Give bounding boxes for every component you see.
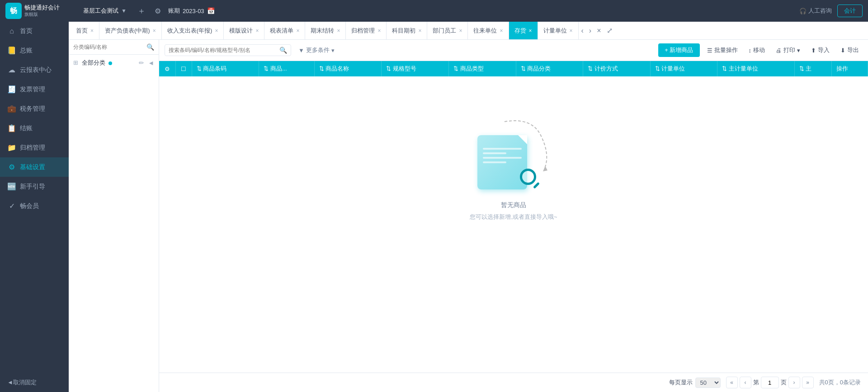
tab-balance[interactable]: 资产负债表(中期) ×: [99, 22, 162, 40]
next-page-button[interactable]: ›: [788, 377, 800, 388]
tab-close-icon[interactable]: ×: [153, 28, 156, 34]
empty-illustration: [468, 113, 559, 194]
tab-home[interactable]: 首页 ×: [71, 22, 99, 40]
col-gear[interactable]: ⚙: [159, 61, 175, 76]
tab-close-icon[interactable]: ×: [418, 28, 421, 34]
doc-lines: [483, 148, 522, 166]
sidebar-item-label: 首页: [20, 27, 33, 35]
period-area: 账期 2023-03 📅: [168, 7, 215, 15]
sidebar-item-ledger[interactable]: 📒 总账: [0, 41, 69, 60]
sidebar-item-archive[interactable]: 📁 归档管理: [0, 138, 69, 157]
export-button[interactable]: ⬇ 导出: [837, 44, 863, 56]
category-search-input[interactable]: [73, 44, 144, 50]
print-button[interactable]: 🖨 打印 ▾: [772, 44, 804, 56]
tab-label: 期末结转: [311, 27, 334, 35]
export-label: 导出: [847, 46, 859, 54]
category-edit-button[interactable]: ✏: [138, 58, 145, 67]
tab-close-all-button[interactable]: ×: [594, 25, 604, 37]
move-button[interactable]: ↕ 移动: [745, 44, 769, 56]
col-code[interactable]: ⇅ 商品...: [259, 61, 315, 76]
tab-close-icon[interactable]: ×: [377, 28, 381, 34]
status-dot: [108, 61, 112, 65]
sidebar-item-invoice[interactable]: 🧾 发票管理: [0, 80, 69, 99]
account-button[interactable]: 会计: [837, 5, 863, 17]
tax-icon: 💼: [7, 104, 16, 113]
col-main-unit[interactable]: ⇅ 主计量单位: [717, 61, 795, 76]
doc-body: [477, 135, 527, 189]
first-page-button[interactable]: «: [726, 377, 738, 388]
empty-state: 暂无商品 您可以选择新增,或者直接导入哦~: [159, 76, 868, 239]
sidebar-item-label: 税务管理: [20, 105, 45, 113]
sidebar: ⌂ 首页 📒 总账 ☁ 云报表中心 🧾 发票管理 💼 税务管理 📋 结账 📁 归…: [0, 22, 69, 392]
batch-operation-button[interactable]: ☰ 批量操作: [703, 44, 741, 56]
sidebar-item-reports[interactable]: ☁ 云报表中心: [0, 60, 69, 80]
tab-nav-next-button[interactable]: ›: [586, 25, 594, 37]
col-name[interactable]: ⇅ 商品名称: [314, 61, 382, 76]
tab-close-icon[interactable]: ×: [459, 28, 462, 34]
company-selector[interactable]: 基层工会测试 ▼: [80, 5, 130, 17]
search-icon[interactable]: 🔍: [279, 47, 287, 54]
add-tab-button[interactable]: ＋: [136, 4, 147, 18]
col-category[interactable]: ⇅ 商品分类: [516, 61, 583, 76]
col-spec[interactable]: ⇅ 规格型号: [382, 61, 449, 76]
tab-income[interactable]: 收入支出表(年报) ×: [162, 22, 224, 40]
tab-close-icon[interactable]: ×: [570, 28, 573, 34]
col-extra[interactable]: ⇅ 主: [794, 61, 831, 76]
tab-close-icon[interactable]: ×: [90, 28, 94, 34]
import-button[interactable]: ⬆ 导入: [807, 44, 833, 56]
prev-page-button[interactable]: ‹: [740, 377, 751, 388]
col-type[interactable]: ⇅ 商品类型: [448, 61, 516, 76]
tab-close-icon[interactable]: ×: [500, 28, 503, 34]
add-product-button[interactable]: + 新增商品: [658, 43, 699, 57]
pagination-bar: 每页显示 50 100 200 « ‹ 第 页 ›: [159, 373, 868, 392]
tab-close-icon[interactable]: ×: [337, 28, 340, 34]
tab-archive[interactable]: 归档管理 ×: [346, 22, 387, 40]
col-price-method[interactable]: ⇅ 计价方式: [583, 61, 651, 76]
tab-close-icon[interactable]: ×: [215, 28, 218, 34]
export-icon: ⬇: [840, 47, 845, 54]
sidebar-item-label: 畅会员: [20, 202, 39, 210]
product-search-input[interactable]: [169, 47, 277, 53]
service-button[interactable]: 🎧 人工咨询: [799, 7, 832, 15]
tab-department[interactable]: 部门员工 ×: [427, 22, 468, 40]
sidebar-item-guide[interactable]: 🆕 新手引导: [0, 177, 69, 196]
tab-template[interactable]: 模版设计 ×: [224, 22, 264, 40]
period-label: 账期: [168, 7, 180, 15]
col-check[interactable]: ☐: [175, 61, 192, 76]
tab-partner[interactable]: 往来单位 ×: [468, 22, 509, 40]
search-icon[interactable]: 🔍: [146, 43, 154, 51]
empty-subtitle: 您可以选择新增,或者直接导入哦~: [470, 213, 557, 221]
tab-label: 部门员工: [433, 27, 456, 35]
unpin-button[interactable]: ◄取消固定: [0, 373, 69, 392]
sidebar-item-tax[interactable]: 💼 税务管理: [0, 99, 69, 118]
chevron-down-icon: ▼: [121, 8, 127, 14]
app-name: 畅捷通好会计: [24, 4, 60, 11]
calendar-icon[interactable]: 📅: [207, 7, 215, 14]
tab-subject[interactable]: 科目期初 ×: [387, 22, 427, 40]
left-panel: 🔍 ⊞ 全部分类 ✏ ◄: [69, 40, 159, 392]
page-size-dropdown[interactable]: 50 100 200: [695, 378, 721, 388]
sidebar-item-closing[interactable]: 📋 结账: [0, 118, 69, 138]
tab-period-close[interactable]: 期末结转 ×: [305, 22, 346, 40]
tab-expand-button[interactable]: ⤢: [604, 24, 615, 37]
tab-unit[interactable]: 计量单位 ×: [538, 22, 579, 40]
main-layout: ⌂ 首页 📒 总账 ☁ 云报表中心 🧾 发票管理 💼 税务管理 📋 结账 📁 归…: [0, 22, 868, 392]
category-label: ⊞ 全部分类: [73, 59, 112, 67]
sidebar-item-settings[interactable]: ⚙ 基础设置: [0, 157, 69, 177]
tab-tax[interactable]: 税表清单 ×: [264, 22, 305, 40]
settings-icon-button[interactable]: ⚙: [153, 5, 163, 17]
sidebar-item-home[interactable]: ⌂ 首页: [0, 22, 69, 41]
tab-inventory[interactable]: 存货 ×: [509, 22, 538, 40]
tab-close-icon[interactable]: ×: [529, 28, 532, 34]
sidebar-item-member[interactable]: ✓ 畅会员: [0, 196, 69, 216]
tab-label: 首页: [76, 27, 88, 35]
col-unit[interactable]: ⇅ 计量单位: [650, 61, 717, 76]
page-input[interactable]: [761, 377, 779, 388]
last-page-button[interactable]: »: [802, 377, 814, 388]
tab-nav-prev-button[interactable]: ‹: [579, 25, 586, 37]
tab-close-icon[interactable]: ×: [296, 28, 299, 34]
panel-collapse-button[interactable]: ◄: [148, 59, 154, 66]
col-barcode[interactable]: ⇅ 商品条码: [192, 61, 259, 76]
tab-close-icon[interactable]: ×: [255, 28, 259, 34]
filter-button[interactable]: ▼ 更多条件 ▾: [295, 44, 338, 56]
